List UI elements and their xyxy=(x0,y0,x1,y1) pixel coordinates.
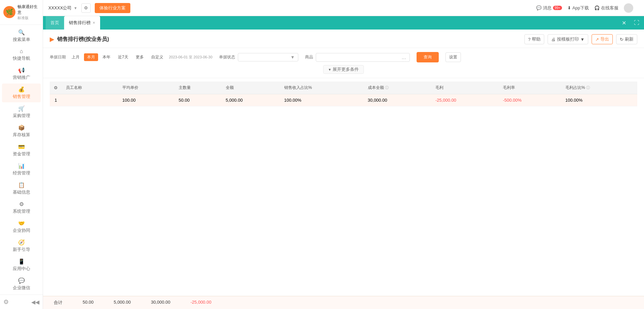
settings-icon[interactable]: ⚙ xyxy=(3,298,9,306)
filter-area: 单据日期 上月 本月 本年 近7天 更多 自定义 2023-06-01 至 20… xyxy=(43,48,644,78)
sidebar-item-appstore[interactable]: 📱 应用中心 xyxy=(2,256,41,274)
table-header-row: ⚙ 员工名称 平均单价 主数量 全额 销售收入占比% 成本全额 ⓘ 毛利 毛利率 xyxy=(50,82,637,94)
profit-pct-info-icon[interactable]: ⓘ xyxy=(586,86,590,90)
footer-qty: 50.00 xyxy=(83,300,94,306)
sidebar-item-label: 企业微信 xyxy=(13,285,30,291)
expand-more-button[interactable]: ▼ 展开更多条件 xyxy=(323,65,364,74)
sidebar-nav: 🔍 搜索菜单 ⌂ 快捷导航 📢 营销推广 💰 销售管理 🛒 采购管理 📦 库存核… xyxy=(0,25,43,295)
finance-icon: 💳 xyxy=(18,144,25,150)
sidebar-item-wechat[interactable]: 💬 企业微信 xyxy=(2,275,41,294)
logo-text: 畅康通好生意 xyxy=(17,4,39,15)
sidebar-item-marketing[interactable]: 📢 营销推广 xyxy=(2,64,41,83)
base-icon: 📋 xyxy=(18,182,25,188)
table-settings-icon[interactable]: ⚙ xyxy=(54,85,58,90)
topbar: XXXXX公司 ▼ ⚙ 体验行业方案 💬 消息 99+ ⬇ App下载 🎧 在线… xyxy=(43,0,644,16)
print-button[interactable]: 🖨 按模板打印 ▼ xyxy=(548,34,588,44)
chevron-down-icon: ▼ xyxy=(74,6,77,10)
td-amount: 5,000.00 xyxy=(222,94,280,106)
tab-home[interactable]: 首页 xyxy=(46,16,64,30)
sidebar-item-label: 企业协同 xyxy=(13,227,30,234)
query-button[interactable]: 查询 xyxy=(417,52,439,62)
trial-button[interactable]: 体验行业方案 xyxy=(95,3,130,13)
td-avg-price: 100.00 xyxy=(118,94,175,106)
home-tab-label: 首页 xyxy=(50,20,59,26)
sidebar-item-system[interactable]: ⚙ 系统管理 xyxy=(2,198,41,217)
footer-cost: 30,000.00 xyxy=(151,300,170,306)
tab-sales-ranking[interactable]: 销售排行榜 × xyxy=(64,16,100,30)
sidebar-item-purchase[interactable]: 🛒 采购管理 xyxy=(2,103,41,121)
sidebar: 🌿 畅康通好生意 标准版 🔍 搜索菜单 ⌂ 快捷导航 📢 营销推广 💰 销售管理… xyxy=(0,0,43,309)
table-footer: 合计 50.00 5,000.00 30,000.00 -25,000.00 xyxy=(43,296,644,309)
guide-icon: 🧭 xyxy=(18,239,25,246)
date-this-year-button[interactable]: 本年 xyxy=(99,53,114,61)
purchase-icon: 🛒 xyxy=(18,105,25,112)
sidebar-item-ops[interactable]: 📊 经营管理 xyxy=(2,160,41,179)
date-this-month-button[interactable]: 本月 xyxy=(84,53,98,61)
td-sales-pct: 100.00% xyxy=(280,94,364,106)
date-7days-button[interactable]: 近7天 xyxy=(115,53,131,61)
sidebar-item-sales[interactable]: 💰 销售管理 xyxy=(2,84,41,102)
print-label: 按模板打印 xyxy=(557,36,579,42)
user-avatar[interactable] xyxy=(624,3,633,13)
expand-more-row: ▼ 展开更多条件 xyxy=(50,65,637,74)
print-icon: 🖨 xyxy=(551,37,556,42)
sidebar-item-inventory[interactable]: 📦 库存核算 xyxy=(2,122,41,141)
th-settings: ⚙ xyxy=(50,82,62,94)
td-profit-rate: -500.00% xyxy=(499,94,561,106)
td-employee-name xyxy=(62,94,118,106)
sidebar-item-label: 资金管理 xyxy=(13,151,30,157)
sidebar-bottom: ⚙ ◀◀ xyxy=(0,295,43,309)
message-label: 消息 xyxy=(543,5,552,11)
help-icon: ? xyxy=(528,37,530,42)
app-download-button[interactable]: ⬇ App下载 xyxy=(567,5,589,11)
tab-close-button[interactable]: × xyxy=(93,20,95,25)
th-qty: 主数量 xyxy=(175,82,222,94)
th-avg-price: 平均单价 xyxy=(118,82,175,94)
export-button[interactable]: ↗ 导出 xyxy=(592,34,613,44)
date-filter-label: 单据日期 xyxy=(50,54,66,60)
tab-actions: ✕ ⛶ xyxy=(619,18,641,28)
refresh-label: 刷新 xyxy=(625,36,634,42)
date-custom-button[interactable]: 自定义 xyxy=(148,53,166,61)
sidebar-item-label: 应用中心 xyxy=(13,266,30,272)
online-service-button[interactable]: 🎧 在线客服 xyxy=(594,5,618,11)
collapse-icon[interactable]: ◀◀ xyxy=(31,299,39,305)
company-name: XXXXX公司 xyxy=(48,5,72,11)
sidebar-item-quick-nav[interactable]: ⌂ 快捷导航 xyxy=(2,46,41,64)
status-select[interactable]: ▼ xyxy=(238,53,298,61)
date-more-button[interactable]: 更多 xyxy=(133,53,147,61)
company-settings-button[interactable]: ⚙ xyxy=(81,3,91,13)
online-service-label: 在线客服 xyxy=(601,5,618,11)
goods-select[interactable]: … xyxy=(316,53,410,62)
sidebar-item-coop[interactable]: 🤝 企业协同 xyxy=(2,217,41,236)
page-header: ▶ 销售排行榜(按业务员) ? 帮助 🖨 按模板打印 ▼ ↗ 导 xyxy=(43,30,644,48)
coop-icon: 🤝 xyxy=(18,220,25,226)
download-icon: ⬇ xyxy=(567,5,571,10)
goods-more-icon[interactable]: … xyxy=(401,55,406,60)
th-profit-rate: 毛利率 xyxy=(499,82,561,94)
filter-row: 单据日期 上月 本月 本年 近7天 更多 自定义 2023-06-01 至 20… xyxy=(50,52,637,62)
cost-info-icon[interactable]: ⓘ xyxy=(385,86,389,90)
expand-sidebar-icon[interactable]: ▶ xyxy=(50,36,54,43)
topbar-right: 💬 消息 99+ ⬇ App下载 🎧 在线客服 xyxy=(536,3,639,13)
service-icon: 🎧 xyxy=(594,5,600,10)
tab-maximize-icon[interactable]: ⛶ xyxy=(632,18,641,28)
td-profit: -25,000.00 xyxy=(431,94,499,106)
settings-button[interactable]: 设置 xyxy=(445,52,461,62)
message-badge: 99+ xyxy=(553,6,562,10)
date-last-month-button[interactable]: 上月 xyxy=(69,53,83,61)
th-profit-pct: 毛利占比% ⓘ xyxy=(561,82,637,94)
gear-icon: ⚙ xyxy=(84,5,88,10)
sidebar-item-label: 经营管理 xyxy=(13,170,30,176)
sidebar-item-guide[interactable]: 🧭 新手引导 xyxy=(2,237,41,255)
company-selector[interactable]: XXXXX公司 ▼ xyxy=(48,5,77,11)
td-qty: 50.00 xyxy=(175,94,222,106)
message-button[interactable]: 💬 消息 99+ xyxy=(536,5,562,11)
help-button[interactable]: ? 帮助 xyxy=(524,34,544,44)
td-profit-pct: 100.00% xyxy=(561,94,637,106)
sidebar-item-finance[interactable]: 💳 资金管理 xyxy=(2,141,41,160)
sidebar-item-base[interactable]: 📋 基础信息 xyxy=(2,179,41,198)
refresh-button[interactable]: ↻ 刷新 xyxy=(616,34,637,44)
tab-close-window-icon[interactable]: ✕ xyxy=(619,18,629,28)
sidebar-item-search[interactable]: 🔍 搜索菜单 xyxy=(2,27,41,45)
